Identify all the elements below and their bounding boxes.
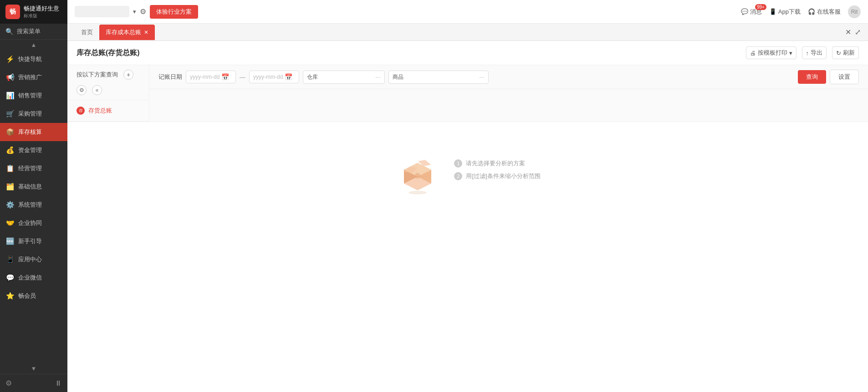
system-icon: ⚙️ [5, 201, 15, 209]
sidebar-item-coop[interactable]: 🤝 企业协同 [0, 214, 67, 232]
sidebar-search[interactable]: 🔍 搜索菜单 [0, 24, 67, 40]
tip-2: 2 用[过滤]条件来缩小分析范围 [454, 172, 540, 180]
refresh-btn[interactable]: ↻ 刷新 [832, 46, 859, 59]
apps-icon: 📱 [5, 255, 15, 264]
sidebar-item-quick-nav[interactable]: ⚡ 快捷导航 [0, 50, 67, 68]
scheme-item-inventory[interactable]: 存 存货总账 [67, 104, 149, 117]
calendar-end-icon[interactable]: 📅 [285, 73, 292, 81]
calendar-start-icon[interactable]: 📅 [221, 73, 229, 81]
filter-add-btn[interactable]: + [123, 70, 133, 80]
top-header: ▾ ⚙ 体验行业方案 💬 消息 99+ 📱 App下载 🎧 在线客服 Rit [67, 0, 868, 24]
print-template-btn[interactable]: 🖨 按模板打印 ▾ [746, 46, 797, 59]
page-content: 库存总账(存货总账) 🖨 按模板打印 ▾ ↑ 导出 ↻ 刷新 [67, 41, 868, 392]
inventory-icon: 📦 [5, 128, 15, 136]
empty-inner: 1 请先选择要分析的方案 2 用[过滤]条件来缩小分析范围 [395, 149, 540, 195]
date-label: 记账日期 [158, 73, 182, 81]
warehouse-input[interactable]: 仓库 ··· [303, 71, 385, 84]
headset-icon: 🎧 [808, 8, 815, 15]
basic-icon: 🗂️ [5, 183, 15, 191]
query-form-area: 记账日期 yyyy-mm-dd 📅 — yyyy-mm-dd 📅 仓库 ··· [149, 65, 868, 122]
sidebar-logo: 畅 畅捷通好生意 标准版 [0, 0, 67, 24]
sidebar-item-sales[interactable]: 📊 销售管理 [0, 87, 67, 105]
tab-inventory-cost[interactable]: 库存成本总账 ✕ [99, 25, 155, 40]
sidebar-item-system[interactable]: ⚙️ 系统管理 [0, 196, 67, 214]
goods-more-icon[interactable]: ··· [479, 73, 485, 81]
sidebar-item-marketing[interactable]: 📢 营销推广 [0, 68, 67, 87]
filter-bar: 按以下方案查询 + ⚙ « [67, 65, 149, 100]
audio-footer-icon[interactable]: ⏸ [55, 379, 62, 387]
date-end-input[interactable]: yyyy-mm-dd 📅 [249, 71, 299, 83]
empty-illustration [395, 149, 440, 195]
sidebar-item-member[interactable]: ⭐ 畅会员 [0, 287, 67, 305]
app-logo-icon: 畅 [5, 5, 20, 19]
chevron-down-icon[interactable]: ▾ [133, 8, 136, 15]
svg-point-7 [408, 191, 427, 194]
scroll-down-btn[interactable]: ▼ [0, 363, 67, 374]
query-btn[interactable]: 查询 [798, 70, 826, 84]
marketing-icon: 📢 [5, 73, 15, 81]
app-logo-text: 畅捷通好生意 标准版 [24, 5, 59, 19]
finance-icon: 💰 [5, 146, 15, 154]
settings-btn[interactable]: 设置 [830, 70, 859, 84]
date-start-input[interactable]: yyyy-mm-dd 📅 [186, 71, 236, 83]
scheme-list: 存 存货总账 [67, 100, 149, 122]
member-icon: ⭐ [5, 292, 15, 300]
empty-tips: 1 请先选择要分析的方案 2 用[过滤]条件来缩小分析范围 [454, 159, 540, 185]
filter-label: 按以下方案查询 [77, 71, 118, 79]
query-form: 记账日期 yyyy-mm-dd 📅 — yyyy-mm-dd 📅 仓库 ··· [149, 65, 868, 89]
sidebar-item-wechat[interactable]: 💬 企业微信 [0, 269, 67, 287]
tab-home[interactable]: 首页 [75, 25, 99, 40]
tab-close-icon[interactable]: ✕ [144, 29, 148, 36]
tip-1: 1 请先选择要分析的方案 [454, 159, 540, 168]
online-service-btn[interactable]: 🎧 在线客服 [808, 8, 841, 16]
app-download-btn[interactable]: 📱 App下载 [769, 8, 801, 16]
scroll-up-btn[interactable]: ▲ [0, 40, 67, 50]
sidebar-item-guide[interactable]: 🆕 新手引导 [0, 232, 67, 250]
user-avatar[interactable]: Rit [848, 5, 861, 18]
settings-header-icon[interactable]: ⚙ [140, 7, 146, 16]
page-title: 库存总账(存货总账) [77, 48, 140, 58]
tab-bar: 首页 库存成本总账 ✕ ✕ ⤢ [67, 24, 868, 41]
empty-state: 1 请先选择要分析的方案 2 用[过滤]条件来缩小分析范围 [67, 122, 868, 222]
sidebar-item-apps[interactable]: 📱 应用中心 [0, 250, 67, 269]
refresh-icon: ↻ [836, 50, 841, 56]
export-btn[interactable]: ↑ 导出 [802, 46, 827, 59]
guide-icon: 🆕 [5, 237, 15, 245]
svg-point-6 [415, 173, 420, 178]
search-icon: 🔍 [5, 28, 13, 35]
sales-icon: 📊 [5, 92, 15, 100]
settings-footer-icon[interactable]: ⚙ [5, 379, 12, 387]
wechat-icon: 💬 [5, 274, 15, 282]
scheme-icon: 存 [77, 107, 85, 115]
main-content: ▾ ⚙ 体验行业方案 💬 消息 99+ 📱 App下载 🎧 在线客服 Rit [67, 0, 868, 392]
page-header-actions: 🖨 按模板打印 ▾ ↑ 导出 ↻ 刷新 [746, 46, 859, 59]
sidebar-item-operations[interactable]: 📋 经营管理 [0, 159, 67, 178]
coop-icon: 🤝 [5, 219, 15, 227]
print-icon: 🖨 [750, 50, 756, 56]
filter-section: 按以下方案查询 + ⚙ « 存 存货总账 记账日期 [67, 65, 868, 122]
panel-close-icon[interactable]: ✕ [845, 28, 851, 36]
sidebar: 畅 畅捷通好生意 标准版 🔍 搜索菜单 ▲ ⚡ 快捷导航 📢 营销推广 📊 销售… [0, 0, 67, 392]
sidebar-item-purchase[interactable]: 🛒 采购管理 [0, 105, 67, 123]
sidebar-item-inventory[interactable]: 📦 库存核算 [0, 123, 67, 141]
goods-input[interactable]: 商品 ··· [388, 71, 489, 84]
message-icon: 💬 [741, 8, 748, 15]
message-btn[interactable]: 💬 消息 99+ [741, 8, 762, 16]
warehouse-more-icon[interactable]: ··· [375, 73, 381, 81]
app-download-icon: 📱 [769, 8, 776, 15]
sidebar-footer: ⚙ ⏸ [0, 374, 67, 392]
breadcrumb-search [75, 6, 129, 17]
sidebar-item-finance[interactable]: 💰 资金管理 [0, 141, 67, 159]
date-separator: — [240, 74, 245, 81]
dropdown-icon: ▾ [789, 50, 792, 56]
panel-expand-icon[interactable]: ⤢ [855, 28, 861, 36]
export-icon: ↑ [806, 50, 809, 56]
message-badge: 99+ [755, 4, 766, 10]
sidebar-nav: ⚡ 快捷导航 📢 营销推广 📊 销售管理 🛒 采购管理 📦 库存核算 💰 资金管… [0, 50, 67, 363]
header-right: 💬 消息 99+ 📱 App下载 🎧 在线客服 Rit [741, 5, 861, 18]
sidebar-item-basic[interactable]: 🗂️ 基础信息 [0, 178, 67, 196]
filter-collapse-btn[interactable]: « [92, 85, 102, 95]
filter-settings-btn[interactable]: ⚙ [77, 85, 87, 95]
industry-solution-btn[interactable]: 体验行业方案 [150, 5, 198, 19]
operations-icon: 📋 [5, 164, 15, 173]
